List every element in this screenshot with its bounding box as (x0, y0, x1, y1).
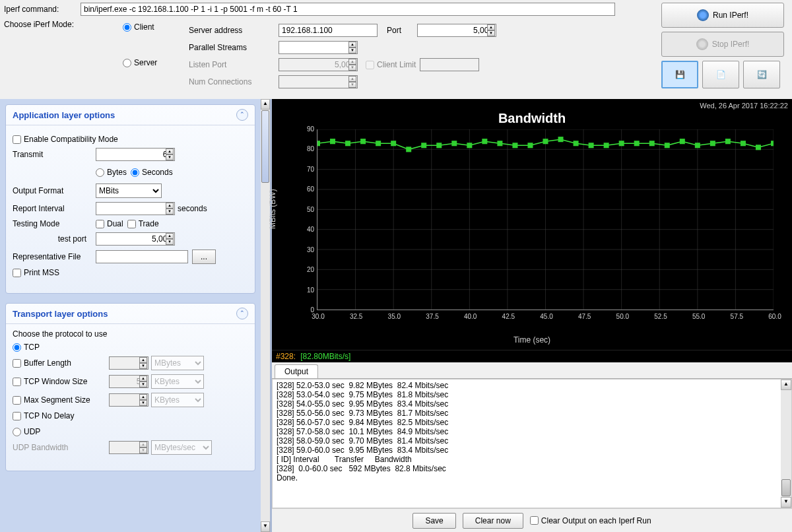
report-interval-input[interactable] (96, 202, 175, 215)
output-scrollbar[interactable]: ▲▼ (781, 380, 791, 508)
svg-rect-40 (574, 141, 579, 146)
mode-client-label: Client (134, 22, 154, 32)
svg-rect-41 (589, 143, 594, 148)
mode-label: Choose iPerf Mode: (4, 20, 123, 29)
rep-file-label: Representative File (13, 252, 92, 261)
port-input[interactable] (417, 24, 496, 37)
svg-rect-25 (345, 141, 350, 146)
rep-file-input[interactable] (96, 250, 188, 263)
svg-rect-34 (482, 139, 487, 144)
svg-rect-48 (695, 143, 700, 148)
stop-icon (696, 38, 708, 50)
dual-check[interactable] (96, 220, 104, 228)
svg-rect-35 (497, 141, 502, 146)
transmit-label: Transmit (13, 150, 92, 159)
transmit-input[interactable] (96, 148, 175, 161)
svg-rect-30 (421, 143, 426, 148)
udp-radio[interactable] (13, 428, 21, 436)
command-input[interactable] (81, 3, 615, 16)
page-icon: 📄 (716, 70, 726, 79)
transmit-up[interactable]: ▲ (166, 149, 174, 154)
svg-rect-52 (756, 145, 761, 150)
run-button[interactable]: Run IPerf! (661, 3, 784, 28)
client-limit-check (366, 61, 374, 69)
run-icon (697, 9, 709, 21)
svg-rect-32 (451, 141, 457, 146)
server-addr-label: Server address (189, 26, 275, 35)
listen-port-input (279, 58, 358, 71)
print-mss-check[interactable] (13, 269, 21, 277)
parallel-down[interactable]: ▼ (348, 48, 356, 53)
buflen-unit: MBytes (151, 356, 204, 370)
svg-rect-24 (330, 139, 335, 144)
output-format-label: Output Format (13, 186, 92, 195)
svg-rect-51 (741, 141, 746, 146)
bandwidth-chart: Wed, 26 Apr 2017 16:22:22 Bandwidth MBit… (272, 99, 792, 350)
transmit-down[interactable]: ▼ (166, 154, 174, 160)
winsize-unit: KBytes (151, 374, 204, 389)
server-addr-input[interactable] (279, 24, 378, 37)
chart-ylabel: MBits (BW) (268, 189, 277, 229)
mode-client-radio[interactable] (123, 23, 131, 32)
client-limit-input (420, 58, 479, 71)
left-scrollbar[interactable]: ▲▼ (261, 99, 270, 532)
test-port-input[interactable] (96, 232, 175, 246)
maxseg-unit: KBytes (151, 393, 204, 407)
compat-label: Enable Compatibility Mode (24, 135, 118, 144)
svg-rect-38 (543, 139, 548, 144)
listen-port-label: Listen Port (189, 60, 275, 69)
svg-rect-33 (467, 143, 472, 148)
save-icon-button[interactable]: 💾 (661, 61, 698, 88)
trans-panel-collapse[interactable]: ⌃ (236, 308, 248, 319)
winsize-check[interactable] (13, 378, 21, 386)
parallel-input[interactable] (279, 41, 358, 54)
run-label: Run IPerf! (713, 11, 748, 20)
test-port-label: test port (13, 234, 92, 244)
refresh-icon: 🔄 (757, 70, 767, 79)
output-format-select[interactable]: MBits (96, 183, 162, 198)
tcp-radio[interactable] (13, 343, 21, 352)
port-up[interactable]: ▲ (487, 24, 495, 30)
svg-rect-23 (317, 141, 320, 146)
svg-rect-43 (619, 141, 624, 146)
nodelay-check[interactable] (13, 412, 21, 420)
parallel-label: Parallel Streams (189, 43, 275, 52)
svg-rect-39 (558, 137, 564, 142)
seconds-suffix: seconds (178, 204, 207, 213)
num-conn-label: Num Connections (189, 77, 275, 86)
udp-bw-unit: MBytes/sec (151, 440, 212, 455)
seconds-radio[interactable] (131, 168, 139, 177)
report-icon-button[interactable]: 📄 (702, 61, 739, 88)
chart-xlabel: Time (sec) (513, 335, 550, 345)
udp-bw-label: UDP Bandwidth (13, 443, 105, 452)
status-line: #328: [82.80MBits/s] (272, 350, 792, 362)
svg-rect-44 (634, 141, 640, 146)
stop-label: Stop IPerf! (712, 40, 750, 49)
clear-button[interactable]: Clear now (463, 513, 523, 529)
browse-button[interactable]: ... (192, 249, 216, 264)
buflen-check[interactable] (13, 359, 21, 368)
port-down[interactable]: ▼ (487, 30, 495, 36)
command-label: Iperf command: (4, 5, 77, 14)
num-conn-input (279, 75, 358, 88)
svg-rect-46 (665, 143, 670, 148)
refresh-icon-button[interactable]: 🔄 (743, 61, 780, 88)
compat-check[interactable] (13, 135, 21, 144)
save-button[interactable]: Save (412, 513, 455, 529)
parallel-up[interactable]: ▲ (348, 42, 356, 48)
report-interval-label: Report Interval (13, 204, 92, 213)
svg-rect-47 (680, 139, 685, 144)
bytes-radio[interactable] (96, 168, 104, 177)
clear-on-run-check[interactable] (530, 516, 539, 525)
mode-server-radio[interactable] (123, 59, 131, 67)
svg-rect-26 (360, 139, 366, 144)
client-limit-label: Client Limit (377, 60, 416, 69)
floppy-icon: 💾 (675, 70, 685, 79)
svg-rect-50 (725, 139, 731, 144)
output-tab[interactable]: Output (275, 364, 318, 378)
app-panel-collapse[interactable]: ⌃ (236, 109, 248, 121)
trade-check[interactable] (127, 220, 136, 228)
maxseg-check[interactable] (13, 396, 21, 405)
svg-rect-53 (771, 141, 774, 146)
choose-protocol-label: Choose the protocol to use (13, 329, 248, 339)
